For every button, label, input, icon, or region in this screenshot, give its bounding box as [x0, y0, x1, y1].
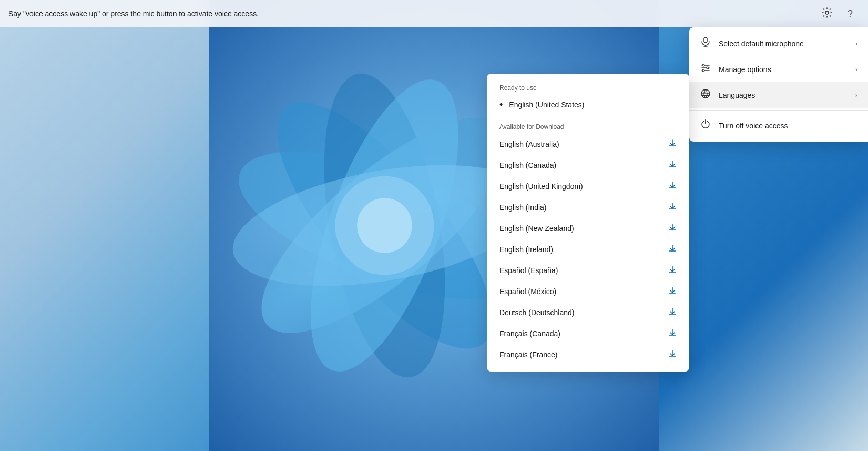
lang-download-item[interactable]: Español (México): [487, 281, 689, 302]
lang-download-name: Deutsch (Deutschland): [499, 308, 662, 317]
dropdown-divider: [689, 110, 868, 111]
chevron-right-icon-2: ›: [855, 66, 857, 73]
lang-download-name: English (New Zealand): [499, 224, 662, 233]
svg-rect-11: [704, 37, 707, 43]
dropdown-item-turn-off[interactable]: Turn off voice access: [689, 113, 868, 138]
lang-download-name: English (United Kingdom): [499, 182, 662, 191]
power-icon: [700, 119, 711, 132]
lang-download-name: English (India): [499, 203, 662, 212]
svg-point-12: [702, 64, 704, 66]
download-section-label: Available for Download: [487, 119, 689, 134]
lang-download-name: English (Canada): [499, 161, 662, 169]
lang-download-item[interactable]: English (Australia): [487, 134, 689, 155]
lang-download-item[interactable]: Español (España): [487, 260, 689, 281]
svg-point-10: [357, 198, 412, 253]
chevron-right-icon: ›: [855, 40, 857, 47]
topbar-icons: ?: [818, 4, 860, 23]
download-icon: [668, 244, 677, 255]
microphone-icon: [700, 37, 711, 50]
lang-download-name: Español (México): [499, 287, 662, 296]
download-items-list: English (Australia) English (Canada) Eng…: [487, 134, 689, 365]
download-icon: [668, 223, 677, 234]
turn-off-label: Turn off voice access: [719, 122, 857, 130]
lang-download-item[interactable]: Français (Canada): [487, 323, 689, 344]
languages-panel: Ready to use • English (United States) A…: [487, 74, 689, 372]
download-icon: [668, 160, 677, 171]
download-icon: [668, 181, 677, 192]
status-text: Say "voice access wake up" or press the …: [8, 9, 818, 18]
download-icon: [668, 139, 677, 149]
lang-download-item[interactable]: English (Canada): [487, 155, 689, 176]
download-icon: [668, 349, 677, 360]
bullet-icon: •: [499, 100, 503, 109]
dropdown-menu: Select default microphone › Manage optio…: [689, 27, 868, 142]
help-icon: ?: [847, 8, 853, 19]
dropdown-item-languages[interactable]: Languages ›: [689, 82, 868, 108]
download-icon: [668, 202, 677, 213]
lang-download-name: Español (España): [499, 266, 662, 275]
settings-icon: [822, 7, 832, 21]
settings-button[interactable]: [818, 4, 836, 23]
dropdown-item-select-microphone[interactable]: Select default microphone ›: [689, 31, 868, 56]
lang-download-item[interactable]: English (United Kingdom): [487, 176, 689, 197]
lang-download-item[interactable]: English (India): [487, 197, 689, 218]
manage-options-icon: [700, 63, 711, 76]
download-icon: [668, 307, 677, 318]
topbar: Say "voice access wake up" or press the …: [0, 0, 868, 27]
download-icon: [668, 265, 677, 276]
lang-download-name: English (Australia): [499, 140, 662, 148]
chevron-right-icon-3: ›: [855, 92, 857, 99]
download-icon: [668, 286, 677, 297]
languages-label: Languages: [719, 91, 848, 99]
lang-download-item[interactable]: Deutsch (Deutschland): [487, 302, 689, 323]
lang-download-item[interactable]: English (New Zealand): [487, 218, 689, 239]
lang-download-name: English (Ireland): [499, 245, 662, 254]
svg-point-14: [702, 69, 704, 72]
lang-download-name: Français (France): [499, 350, 662, 359]
download-icon: [668, 328, 677, 339]
ready-section-label: Ready to use: [487, 80, 689, 95]
manage-options-label: Manage options: [719, 65, 848, 74]
help-button[interactable]: ?: [841, 4, 860, 23]
lang-item-en-us[interactable]: • English (United States): [487, 95, 689, 115]
dropdown-item-manage-options[interactable]: Manage options ›: [689, 56, 868, 82]
lang-download-name: Français (Canada): [499, 329, 662, 338]
lang-download-item[interactable]: English (Ireland): [487, 239, 689, 260]
select-microphone-label: Select default microphone: [719, 39, 848, 48]
lang-download-item[interactable]: Français (France): [487, 344, 689, 365]
lang-name-en-us: English (United States): [509, 101, 677, 109]
languages-icon: [700, 88, 711, 102]
svg-point-13: [707, 67, 709, 69]
